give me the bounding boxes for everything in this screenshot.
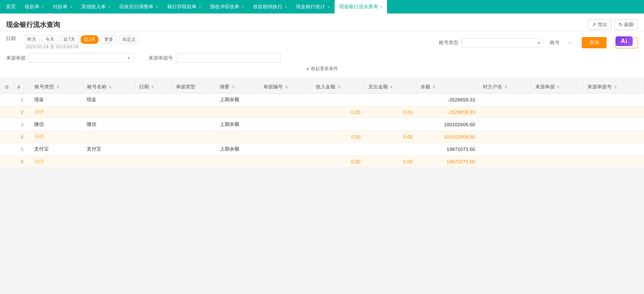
account-type-filter: 账号类型 ▾ (439, 38, 544, 48)
sort-icon-income: ⇅ (338, 85, 341, 89)
td-account-type: 微信 (30, 118, 83, 131)
th-source-doc-num[interactable]: 来源单据号 ⇅ (584, 81, 644, 94)
nav-close-bank-deposit[interactable]: × (199, 0, 201, 13)
gear-icon[interactable]: ⚙ (5, 84, 9, 90)
nav-item-bank-deposit[interactable]: 银行存取款单× (163, 0, 206, 13)
th-account-name[interactable]: 账号名称 ⇅ (83, 81, 135, 94)
nav-item-pre-charge[interactable]: 预收冲应收单× (206, 0, 248, 13)
th-account-type[interactable]: 账号类型 ⇅ (30, 81, 83, 94)
nav-close-bank-flow[interactable]: × (380, 0, 383, 13)
td-summary: 上期余额 (216, 143, 260, 155)
nav-item-receipt[interactable]: 收款单× (20, 0, 48, 13)
td-gear (0, 118, 14, 131)
nav-close-verify[interactable]: × (285, 0, 287, 13)
query-button[interactable]: 查询 (582, 37, 606, 48)
export-button[interactable]: ↗ 导出 (588, 19, 611, 30)
td-gear (0, 94, 14, 106)
nav-close-pre-charge[interactable]: × (242, 0, 244, 13)
collapse-button[interactable]: ∧ 收起更多条件 (306, 64, 338, 73)
td-account-name: 现金 (83, 94, 135, 106)
nav-close-other-income[interactable]: × (108, 0, 110, 13)
td-gear (0, 143, 14, 155)
header-actions: ↗ 导出 ↻ 刷新 (588, 19, 638, 30)
filter-row-2: 来源单据 ▾ 来源单据号 (6, 53, 638, 63)
nav-item-adjust[interactable]: 应收应付调整单× (115, 0, 162, 13)
sort-icon-expense: ⇅ (390, 85, 393, 89)
td-counterparty (479, 131, 531, 143)
td-doc-type (172, 94, 216, 106)
td-balance: -3528659.33 (417, 106, 479, 118)
date-btn-more[interactable]: 更多 (101, 35, 117, 44)
source-doc-num-input[interactable] (176, 53, 281, 63)
td-doc-num (260, 155, 312, 168)
nav-item-home[interactable]: 首页 (2, 0, 20, 13)
td-account-name (83, 131, 135, 143)
sort-icon-doc-num: ⇅ (285, 85, 288, 89)
td-date (135, 94, 172, 106)
td-num: 1 (14, 94, 30, 106)
td-counterparty (479, 155, 531, 168)
td-doc-num (260, 118, 312, 131)
th-balance[interactable]: 余额 ⇅ (417, 81, 479, 94)
refresh-button[interactable]: ↻ 刷新 (614, 19, 638, 30)
td-income: 0.00 (312, 131, 364, 143)
account-dots[interactable]: ··· (568, 39, 573, 46)
td-account-type: 小计 (30, 155, 83, 168)
td-summary (216, 155, 260, 168)
date-shortcuts: 昨天今天近7天近1月更多自定义 (24, 35, 139, 44)
td-gear (0, 131, 14, 143)
date-btn-today[interactable]: 今天 (42, 35, 58, 44)
nav-close-adjust[interactable]: × (156, 0, 158, 13)
td-doc-type (172, 118, 216, 131)
table-header: ⚙ # 账号类型 ⇅ 账号名称 ⇅ 日期 ⇅ 单据类型 摘要 ⇅ 单据编号 ⇅ … (0, 81, 644, 94)
nav-item-bank-flow[interactable]: 现金银行流水查询× (335, 0, 387, 13)
td-expense (364, 94, 417, 106)
td-balance: 19871073.60 (417, 155, 479, 168)
td-source-doc (531, 143, 584, 155)
td-expense: 0.00 (364, 131, 417, 143)
date-btn-yesterday[interactable]: 昨天 (24, 35, 40, 44)
td-balance: -3528659.33 (417, 94, 479, 106)
ai-badge[interactable]: Ai (615, 36, 633, 46)
td-account-type: 小计 (30, 106, 83, 118)
th-source-doc[interactable]: 来源单据 ⇅ (531, 81, 584, 94)
td-num: 3 (14, 118, 30, 131)
th-income[interactable]: 收入金额 ⇅ (312, 81, 364, 94)
th-doc-type: 单据类型 (172, 81, 216, 94)
td-account-type: 小计 (30, 131, 83, 143)
date-btn-last1m[interactable]: 近1月 (81, 35, 99, 44)
nav-close-receipt[interactable]: × (42, 0, 44, 13)
td-num: 4 (14, 131, 30, 143)
td-expense (364, 118, 417, 131)
table-row: 3微信微信上期余额100102606.60 (0, 118, 644, 131)
date-btn-custom[interactable]: 自定义 (119, 35, 139, 44)
td-source-doc (531, 106, 584, 118)
th-counterparty[interactable]: 对方户名 ⇅ (479, 81, 531, 94)
td-doc-num (260, 106, 312, 118)
td-source-doc-num (584, 131, 644, 143)
th-expense[interactable]: 支出金额 ⇅ (364, 81, 417, 94)
th-date[interactable]: 日期 ⇅ (135, 81, 172, 94)
td-num: 6 (14, 155, 30, 168)
th-num: # (14, 81, 30, 94)
td-doc-type (172, 131, 216, 143)
td-gear (0, 155, 14, 168)
th-doc-num[interactable]: 单据编号 ⇅ (260, 81, 312, 94)
td-date (135, 131, 172, 143)
account-type-select[interactable]: ▾ (461, 38, 544, 48)
account-label: 账号 (550, 39, 565, 46)
td-account-name (83, 155, 135, 168)
sort-icon-balance: ⇅ (432, 85, 435, 89)
td-doc-num (260, 143, 312, 155)
nav-item-other-income[interactable]: 其他收入单× (77, 0, 115, 13)
nav-item-payment[interactable]: 付款单× (48, 0, 77, 13)
source-doc-select[interactable]: ▾ (29, 53, 134, 63)
nav-close-bank-stat[interactable]: × (327, 0, 330, 13)
nav-item-verify[interactable]: 收款核销执行× (249, 0, 291, 13)
date-btn-last7[interactable]: 近7天 (60, 35, 78, 44)
td-doc-num (260, 94, 312, 106)
filter-row-1: 日期 昨天今天近7天近1月更多自定义 2023-02-24 至 2023-03-… (6, 35, 638, 50)
nav-close-payment[interactable]: × (70, 0, 72, 13)
nav-item-bank-stat[interactable]: 现金银行统计× (291, 0, 334, 13)
th-summary[interactable]: 摘要 ⇅ (216, 81, 260, 94)
